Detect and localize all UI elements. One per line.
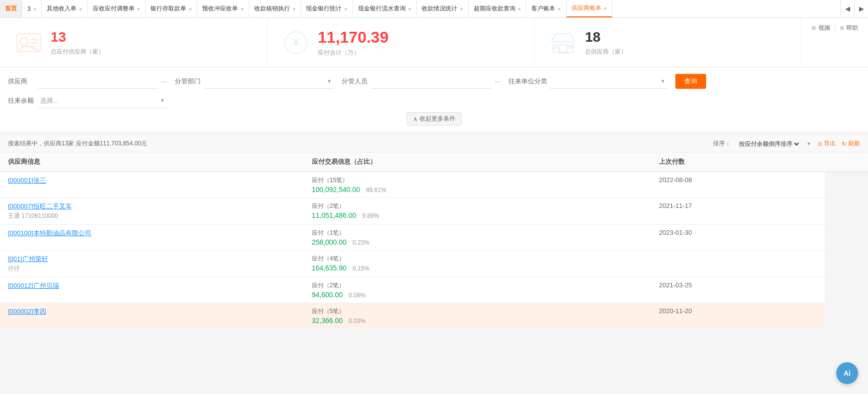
summary-card1-text: 13 总应付供应商（家） <box>51 29 104 56</box>
supplier-dots-btn[interactable]: ··· <box>161 77 167 85</box>
nav-bank-deposit[interactable]: 银行存取款单 × <box>145 0 197 17</box>
amount-value[interactable]: 32,366.00 <box>312 317 343 325</box>
nav-other-income[interactable]: 其他收入单 × <box>42 0 87 17</box>
amount-value[interactable]: 164,635.90 <box>312 264 347 272</box>
person-input[interactable] <box>372 74 492 89</box>
amount-value[interactable]: 11,051,486.00 <box>312 211 357 219</box>
supplier-info-cell: [000012]广州贝瑞 <box>0 277 304 303</box>
transaction-info-cell: 应付（15笔）100,092,540.0089.61% <box>304 172 651 198</box>
video-icon: ⊙ <box>811 24 816 31</box>
export-button[interactable]: ⊙ 导出 <box>817 139 836 148</box>
supplier-info-cell: [001]广州荣轩仔仔 <box>0 251 304 277</box>
balance-select[interactable]: 选择... <box>38 93 167 108</box>
nav-receipt-stats[interactable]: 收款情况统计 × <box>417 0 468 17</box>
supplier-link[interactable]: [000002]李四 <box>8 308 46 315</box>
nav-cash-bank-flow[interactable]: 现金银行流水查询 × <box>353 0 417 17</box>
supplier-sub-info: 王通 17106110000 <box>8 212 296 220</box>
close-icon[interactable]: × <box>408 6 411 12</box>
table-row: [000012]广州贝瑞应付（2笔）94,600.000.08%2021-03-… <box>0 277 868 303</box>
filter-area: 供应商 ··· 分管部门 ▼ 分管人员 ··· 往来单位分类 <box>0 67 868 131</box>
person-dots-btn[interactable]: ··· <box>495 77 501 85</box>
nav-supplier-ledger[interactable]: 供应商账本 × <box>567 0 612 17</box>
amount-percentage: 0.23% <box>353 239 369 246</box>
result-summary: 搜索结果中，供应商13家 应付金额111,703,854.00元 <box>8 139 147 148</box>
transaction-info-cell: 应付（2笔）11,051,486.009.89% <box>304 198 651 225</box>
nav-prepay-ar[interactable]: 预收冲应收单 × <box>197 0 249 17</box>
filter-person: 分管人员 ··· <box>342 74 501 89</box>
query-button[interactable]: 查询 <box>675 74 706 89</box>
supplier-icon <box>15 29 43 57</box>
total-payable-suppliers-label: 总应付供应商（家） <box>51 48 104 56</box>
amount-label: 应付（2笔） <box>312 202 643 210</box>
nav-scroll-right[interactable]: ▶ <box>854 0 868 17</box>
nav-customer-ledger[interactable]: 客户账本 × <box>526 0 566 17</box>
filter-department: 分管部门 ▼ <box>175 73 334 89</box>
close-icon[interactable]: × <box>344 6 347 12</box>
amount-value[interactable]: 94,600.00 <box>312 291 343 299</box>
close-icon[interactable]: × <box>33 6 36 12</box>
nav-overdue-ar[interactable]: 超期应收款查询 × <box>469 0 526 17</box>
nav-ar-ap-adjust[interactable]: 应收应付调整单 × <box>88 0 145 17</box>
amount-value[interactable]: 258,000.00 <box>312 238 347 246</box>
supplier-link[interactable]: [000001]张三 <box>8 177 46 184</box>
svg-rect-10 <box>568 45 572 49</box>
category-filter-label: 往来单位分类 <box>508 77 547 86</box>
nav-receipt-verify[interactable]: 收款核销执行 × <box>249 0 301 17</box>
summary-card-total-suppliers: 18 总供应商（家） <box>534 18 801 67</box>
close-icon[interactable]: × <box>604 5 607 11</box>
dept-select[interactable] <box>205 73 334 88</box>
help-btn[interactable]: ⊙ 帮助 <box>840 24 858 32</box>
nav-tab3[interactable]: 3 × <box>22 0 42 17</box>
filter-supplier: 供应商 ··· <box>8 74 167 89</box>
supplier-info-cell: [000001]张三 <box>0 172 304 198</box>
total-suppliers-number: 18 <box>585 29 627 46</box>
nav-scroll-left[interactable]: ◀ <box>840 0 854 17</box>
close-icon[interactable]: × <box>137 6 140 12</box>
filter-row-2: 往来余额 选择... ▼ <box>8 93 860 108</box>
transaction-info-cell: 应付（4笔）164,635.900.15% <box>304 251 651 277</box>
last-payment-cell: 2020-11-20 <box>651 303 825 329</box>
supplier-link[interactable]: [000007]恒旺二手叉车 <box>8 202 72 210</box>
svg-point-1 <box>20 38 28 46</box>
close-icon[interactable]: × <box>292 6 295 12</box>
supplier-link[interactable]: [001]广州荣轩 <box>8 255 48 263</box>
svg-text:¥: ¥ <box>293 36 299 49</box>
refresh-button[interactable]: ↻ 刷新 <box>842 139 860 148</box>
svg-rect-4 <box>31 46 36 47</box>
last-payment-date: 2023-01-30 <box>659 229 692 236</box>
close-icon[interactable]: × <box>460 6 463 12</box>
category-select[interactable] <box>550 73 667 88</box>
close-icon[interactable]: × <box>189 6 192 12</box>
video-btn[interactable]: ⊙ 视频 <box>811 24 830 32</box>
amount-icon: ¥ <box>282 29 310 57</box>
svg-rect-8 <box>559 45 567 53</box>
help-icon: ⊙ <box>840 24 845 31</box>
table-header-row: 供应商信息 应付交易信息（占比） 上次付数 <box>0 152 868 172</box>
balance-filter-label: 往来余额 <box>8 96 35 105</box>
close-icon[interactable]: × <box>240 6 243 12</box>
table-row: [000007]恒旺二手叉车王通 17106110000应付（2笔）11,051… <box>0 198 868 225</box>
nav-home[interactable]: 首页 <box>0 0 22 17</box>
chevron-down-icon: ▼ <box>806 141 811 146</box>
close-icon[interactable]: × <box>518 6 521 12</box>
result-summary-text: 搜索结果中，供应商13家 应付金额111,703,854.00元 <box>8 139 147 148</box>
sort-select[interactable]: 按应付余额倒序排序 <box>737 140 800 148</box>
supplier-link[interactable]: [000012]广州贝瑞 <box>8 282 59 289</box>
last-payment-date: 2020-11-20 <box>659 307 692 315</box>
close-icon[interactable]: × <box>79 6 82 12</box>
amount-percentage: 9.89% <box>362 212 379 219</box>
amount-value[interactable]: 100,092,540.00 <box>312 186 360 194</box>
summary-card-amount: ¥ 11,170.39 应付合计（万） <box>267 18 534 67</box>
amount-label: 应付（15笔） <box>312 176 643 185</box>
amount-label: 应付（2笔） <box>312 281 643 290</box>
close-icon[interactable]: × <box>558 6 561 12</box>
col-supplier-info: 供应商信息 <box>0 152 304 172</box>
transaction-info-cell: 应付（2笔）94,600.000.08% <box>304 277 651 303</box>
nav-cash-bank-stats[interactable]: 现金银行统计 × <box>301 0 353 17</box>
scrollbar-cell <box>825 303 868 329</box>
supplier-input[interactable] <box>38 74 158 89</box>
amount-label: 应付（5笔） <box>312 307 643 316</box>
last-payment-date: 2021-03-25 <box>659 281 692 289</box>
supplier-link[interactable]: [000100]本特勤油品有限公司 <box>8 229 91 237</box>
collapse-filters-button[interactable]: ∧ 收起更多条件 <box>407 112 462 126</box>
